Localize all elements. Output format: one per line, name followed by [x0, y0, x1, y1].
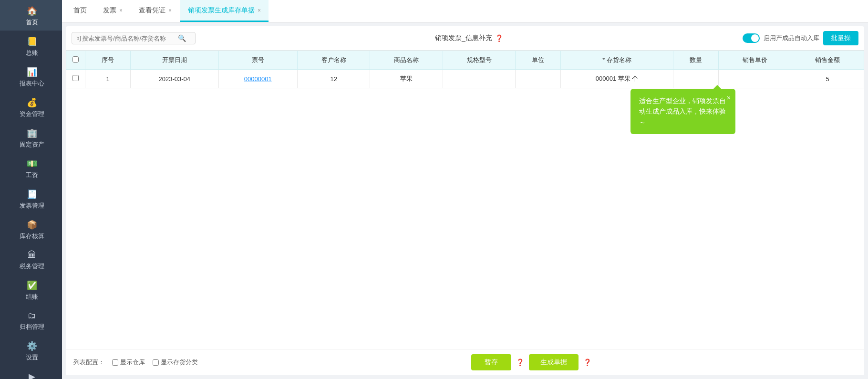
tab-create-inventory[interactable]: 销项发票生成库存单据 × — [180, 0, 269, 22]
sidebar-item-ledger[interactable]: 📒 总账 — [0, 31, 62, 61]
guide-icon: ▶ — [29, 371, 35, 379]
tooltip-popup: × 适合生产型企业，销项发票自动生成产成品入库，快来体验～ — [630, 89, 735, 134]
sidebar-item-label: 税务管理 — [20, 262, 44, 271]
table-header-row: 序号 开票日期 票号 客户名称 商品名称 规格型号 单位 * 存货名称 数量 销… — [66, 51, 864, 70]
bottom-center: 暂存 ❓ 生成单据 ❓ — [206, 354, 857, 370]
search-input[interactable] — [76, 35, 176, 42]
sidebar-item-label: 归档管理 — [20, 323, 44, 331]
row-product: 苹果 — [370, 70, 443, 88]
row-checkbox-cell — [66, 70, 85, 88]
toolbar-title: 销项发票_信息补充 — [435, 34, 492, 42]
sidebar-item-label: 设置 — [26, 353, 38, 362]
tab-create-inventory-close[interactable]: × — [258, 7, 261, 14]
sidebar-item-label: 库存核算 — [20, 232, 44, 241]
tab-invoice-label: 发票 — [103, 6, 116, 15]
table-row: 1 2023-03-04 00000001 12 苹果 000001 苹果 个 … — [66, 70, 864, 88]
inventory-icon: 📦 — [27, 220, 37, 230]
tab-view-voucher-close[interactable]: × — [168, 7, 172, 14]
row-checkbox[interactable] — [72, 75, 79, 81]
header-product: 商品名称 — [370, 51, 443, 70]
help-icon-title[interactable]: ❓ — [495, 34, 503, 42]
row-customer: 12 — [297, 70, 370, 88]
toggle-label: 启用产成品自动入库 — [764, 34, 819, 42]
header-amount: 销售金额 — [791, 51, 864, 70]
sidebar: 🏠 首页 📒 总账 📊 报表中心 💰 资金管理 🏢 固定资产 💵 工资 🧾 发票… — [0, 0, 62, 379]
tab-invoice-close[interactable]: × — [119, 7, 123, 14]
sidebar-item-salary[interactable]: 💵 工资 — [0, 153, 62, 183]
sidebar-item-home[interactable]: 🏠 首页 — [0, 0, 62, 31]
save-help-icon[interactable]: ❓ — [516, 358, 524, 366]
funds-icon: 💰 — [27, 97, 37, 108]
sidebar-item-tax[interactable]: 🏛 税务管理 — [0, 244, 62, 274]
show-warehouse-label[interactable]: 显示仓库 — [112, 358, 145, 367]
sidebar-item-assets[interactable]: 🏢 固定资产 — [0, 122, 62, 153]
tab-bar: 首页 发票 × 查看凭证 × 销项发票生成库存单据 × — [62, 0, 868, 22]
show-inventory-category-label[interactable]: 显示存货分类 — [153, 358, 198, 367]
header-qty: 数量 — [673, 51, 718, 70]
header-inventory-name: * 存货名称 — [561, 51, 673, 70]
sidebar-item-archive[interactable]: 🗂 归档管理 — [0, 305, 62, 335]
sidebar-item-label: 资金管理 — [20, 110, 44, 118]
tab-home[interactable]: 首页 — [66, 0, 94, 22]
invoice-mgmt-icon: 🧾 — [27, 189, 37, 200]
tax-icon: 🏛 — [28, 250, 36, 260]
ledger-icon: 📒 — [27, 36, 37, 47]
sidebar-item-guide[interactable]: ▶ 新手引导 — [0, 366, 62, 379]
batch-button[interactable]: 批量操 — [823, 31, 858, 45]
row-date: 2023-03-04 — [131, 70, 219, 88]
tab-home-label: 首页 — [73, 6, 87, 15]
reports-icon: 📊 — [27, 67, 37, 77]
sidebar-item-invoice-mgmt[interactable]: 🧾 发票管理 — [0, 183, 62, 214]
header-customer: 客户名称 — [297, 51, 370, 70]
row-inventory-name: 000001 苹果 个 — [561, 70, 673, 88]
assets-icon: 🏢 — [27, 128, 37, 138]
sidebar-item-label: 工资 — [26, 171, 38, 179]
sidebar-item-settings[interactable]: ⚙️ 设置 — [0, 335, 62, 366]
save-button[interactable]: 暂存 — [471, 354, 511, 370]
header-seq: 序号 — [85, 51, 131, 70]
config-label: 列表配置： — [73, 358, 104, 367]
header-date: 开票日期 — [131, 51, 219, 70]
sidebar-item-inventory[interactable]: 📦 库存核算 — [0, 214, 62, 244]
invoice-no-link[interactable]: 00000001 — [244, 75, 272, 83]
show-warehouse-checkbox[interactable] — [112, 359, 118, 366]
show-warehouse-text: 显示仓库 — [120, 358, 145, 367]
row-unit — [516, 70, 561, 88]
row-invoice-no[interactable]: 00000001 — [218, 70, 297, 88]
tab-view-voucher[interactable]: 查看凭证 × — [131, 0, 179, 22]
header-unit: 单位 — [516, 51, 561, 70]
sidebar-item-closing[interactable]: ✅ 结账 — [0, 274, 62, 305]
row-price — [718, 70, 791, 88]
sidebar-item-label: 结账 — [26, 293, 38, 301]
closing-icon: ✅ — [27, 280, 37, 291]
tab-invoice[interactable]: 发票 × — [95, 0, 130, 22]
sidebar-item-label: 发票管理 — [20, 201, 44, 210]
search-icon: 🔍 — [178, 34, 186, 42]
toolbar: 🔍 销项发票_信息补充 ❓ 启用产成品自动入库 批量操 — [66, 26, 864, 51]
auto-warehouse-toggle[interactable] — [743, 33, 760, 43]
show-inventory-category-checkbox[interactable] — [153, 359, 159, 366]
sidebar-item-label: 固定资产 — [20, 140, 44, 149]
toolbar-right: 启用产成品自动入库 批量操 — [743, 31, 858, 45]
toolbar-center: 销项发票_信息补充 ❓ — [199, 34, 739, 42]
show-inventory-category-text: 显示存货分类 — [161, 358, 198, 367]
tooltip-close-button[interactable]: × — [727, 93, 731, 103]
table-container: 序号 开票日期 票号 客户名称 商品名称 规格型号 单位 * 存货名称 数量 销… — [66, 51, 864, 349]
header-spec: 规格型号 — [443, 51, 515, 70]
settings-icon: ⚙️ — [27, 341, 37, 351]
sidebar-item-funds[interactable]: 💰 资金管理 — [0, 92, 62, 122]
sidebar-item-reports[interactable]: 📊 报表中心 — [0, 61, 62, 92]
row-qty — [673, 70, 718, 88]
sidebar-item-label: 首页 — [26, 18, 38, 27]
select-all-checkbox[interactable] — [72, 56, 79, 63]
search-box[interactable]: 🔍 — [72, 32, 196, 44]
generate-help-icon[interactable]: ❓ — [583, 358, 591, 366]
row-seq: 1 — [85, 70, 131, 88]
generate-button[interactable]: 生成单据 — [529, 354, 579, 370]
sidebar-item-label: 报表中心 — [20, 79, 44, 88]
main-area: 首页 发票 × 查看凭证 × 销项发票生成库存单据 × 🔍 销项发票_信息补充 … — [62, 0, 868, 379]
archive-icon: 🗂 — [28, 311, 36, 321]
home-icon: 🏠 — [27, 6, 37, 16]
header-price: 销售单价 — [718, 51, 791, 70]
bottom-bar: 列表配置： 显示仓库 显示存货分类 暂存 ❓ 生成单据 ❓ — [66, 349, 864, 375]
